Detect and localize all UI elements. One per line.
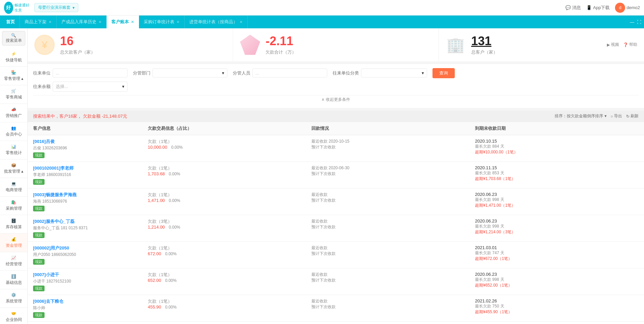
message-button[interactable]: 💬 消息 [565,5,581,11]
payment-info-cell: 最近收款 预计下次收款 [311,272,475,283]
main-layout: 🔍 搜索菜单 ⚡ 快捷导航 🏪 零售管理 ▴ 🛒 零售商城 📣 营销推广 👥 会… [0,28,644,324]
sidebar-item-purchase-mgmt[interactable]: 🛍️ 采购管理 [0,197,27,215]
help-button[interactable]: ❓ 帮助 [623,42,637,48]
sidebar-item-operations[interactable]: 📈 经营管理 [0,252,27,271]
retail-stats-icon: 📊 [0,144,27,149]
customer-info-cell: [0003]畅捷服务尹海燕 海燕 18513066976 现款 [33,192,148,211]
stat-info-total-customers: 131 总客户（家） [471,34,607,55]
overdue-link[interactable]: 超期¥652.00（1笔） [475,283,639,288]
overdue-link[interactable]: 超期¥1,471.00（1笔） [475,203,639,208]
stat-card-debt-customers: ¥ 16 总欠款客户（家） [28,28,233,61]
collapse-filter-button[interactable]: ∧ 收起更多条件 [33,95,639,104]
chevron-up-icon: ∧ [321,97,325,102]
refresh-button[interactable]: ↻ 刷新 [626,113,639,119]
debt-info-cell: 欠款（1笔） 1,703.68 0.00% [148,165,311,176]
sidebar-item-system[interactable]: ⚙️ 系统管理 [0,289,27,308]
stat-actions: ▶ 视频 ❓ 帮助 [607,42,637,48]
sidebar-item-basic-info[interactable]: ℹ️ 基础信息 [0,271,27,289]
export-icon: ○ [611,114,613,119]
department-select[interactable]: ▾ [152,68,227,78]
customer-name-link[interactable]: [0007]小进干 [33,272,148,278]
tab-products[interactable]: 商品上下架 ✕ [20,16,57,28]
close-icon[interactable]: ✕ [131,20,134,24]
finance-icon: 💰 [0,237,27,242]
customer-name-link[interactable]: [0001020001]李老师 [33,165,148,171]
stat-card-debt-amount: -2.11 欠款合计（万） [233,28,439,61]
supplier-input[interactable]: ... [53,68,128,78]
message-icon: 💬 [565,5,571,10]
search-icon: 🔍 [4,33,23,38]
manager-input[interactable]: ... [252,68,327,78]
payment-info-cell: 最近收款 2020-10-15 预计下次收款 [311,139,475,150]
sidebar-item-inventory[interactable]: 🗄️ 库存核算 [0,215,27,234]
total-customers-number: 131 [471,34,607,48]
sidebar-item-ecommerce[interactable]: 💻 电商管理 [0,178,27,197]
tab-production[interactable]: 产成品入库单历史 ✕ [57,16,107,28]
customer-name-link[interactable]: [0016]吕俊 [33,139,148,145]
overdue-link[interactable]: 超期¥672.00（1笔） [475,256,639,262]
close-icon[interactable]: ✕ [176,20,179,24]
close-icon[interactable]: ✕ [99,20,102,24]
sidebar-item-members[interactable]: 👥 会员中心 [0,122,27,141]
debt-info-cell: 欠款（1笔） 455.90 0.00% [148,298,311,310]
enterprise-collab-icon: 🤝 [0,311,27,316]
company-selector[interactable]: 母婴行业演示账套 ▾ [34,3,78,12]
search-button[interactable]: 查询 [432,68,455,78]
tab-purchase-orders[interactable]: 采购订单统计表 ✕ [139,16,185,28]
marketing-icon: 📣 [0,107,27,112]
table-row: [0001020001]李老师 李老师 18600391516 现款 欠款（1笔… [28,162,644,188]
overdue-link[interactable]: 超期¥1,703.68（1笔） [475,176,639,182]
customer-info-cell: [0007]小进干 小进干 18279152100 现款 [33,272,148,291]
balance-select[interactable]: 选择... ▾ [53,82,128,92]
results-info: 搜索结果中，客户16家， 欠款金额 -21,148.07元 [33,113,127,119]
sidebar-item-retail-mgmt[interactable]: 🏪 零售管理 ▴ [0,67,27,85]
sidebar-item-marketing[interactable]: 📣 营销推广 [0,104,27,122]
debt-amount-label: 欠款合计（万） [265,49,431,55]
overdue-link[interactable]: 超期¥1,214.00（3笔） [475,229,639,235]
diamond-icon [240,35,260,55]
table-header: 客户信息 欠款交易信息（占比） 回款情况 到期未收款日期 [28,122,644,135]
maximize-icon[interactable]: ⛶ [637,20,641,25]
chevron-down-icon: ▾ [122,84,124,89]
close-icon[interactable]: ✕ [240,20,243,24]
quick-nav-icon: ⚡ [0,52,27,56]
sidebar-item-enterprise-collab[interactable]: 🤝 企业协同 [0,308,27,324]
results-actions: 排序：按欠款金额倒序排序 ▾ ○ 导出 ↻ 刷新 [555,113,639,119]
payment-info-cell: 最近收款 预计下次收款 [311,298,475,310]
customer-info-cell: [0001020001]李老师 李老师 18600391516 现款 [33,165,148,185]
customer-name-link[interactable]: [0002]服务中心_丁磊 [33,218,148,225]
filter-unit-type: 往来单位分类 ▾ [333,68,427,78]
table-row: [000002]用户2050 用户2050 18665062050 现款 欠款（… [28,242,644,268]
main-content: ¥ 16 总欠款客户（家） -2.11 欠款合计（万） 🏢 131 总客户（家） [28,28,644,324]
customer-info-cell: [0006]去下粮仓 陈小帅 现款 [33,298,148,318]
filter-manager: 分管人员 ... [233,68,327,78]
user-profile[interactable]: d demo2 [615,3,640,13]
tab-inbound-stats[interactable]: 进货单统计表（按商品） ✕ [185,16,248,28]
customer-name-link[interactable]: [000002]用户2050 [33,245,148,251]
minimize-icon[interactable]: — [630,20,634,25]
customer-name-link[interactable]: [0006]去下粮仓 [33,298,148,304]
sidebar-item-batch-mgmt[interactable]: 📦 批发管理 ▴ [0,159,27,178]
retail-mgmt-icon: 🏪 [0,70,27,75]
sidebar-item-retail-mall[interactable]: 🛒 零售商城 [0,85,27,104]
customer-name-link[interactable]: [0003]畅捷服务尹海燕 [33,192,148,198]
close-icon[interactable]: ✕ [49,20,52,24]
overdue-link[interactable]: 超期¥455.90（1笔） [475,309,639,315]
sidebar-item-finance[interactable]: 💰 资金管理 [0,234,27,252]
filter-row-1: 往来单位 ... 分管部门 ▾ 分管人员 ... [33,68,639,78]
sidebar-item-quick-nav[interactable]: ⚡ 快捷导航 [0,48,27,67]
download-icon: 📱 [586,5,592,10]
customer-table: 客户信息 欠款交易信息（占比） 回款情况 到期未收款日期 [0016]吕俊 吕俊… [28,122,644,324]
table-row: [0003]畅捷服务尹海燕 海燕 18513066976 现款 欠款（1笔） 1… [28,188,644,215]
export-button[interactable]: ○ 导出 [611,113,622,119]
total-customers-label: 总客户（家） [471,49,607,55]
app-download-button[interactable]: 📱 App下载 [586,5,610,11]
members-icon: 👥 [0,126,27,130]
tab-customer-accounts[interactable]: 客户账本 ✕ [107,16,139,28]
video-button[interactable]: ▶ 视频 [607,42,619,48]
sidebar-item-retail-stats[interactable]: 📊 零售统计 [0,141,27,159]
unit-type-select[interactable]: ▾ [361,68,427,78]
tab-home[interactable]: 首页 [1,16,20,28]
overdue-link[interactable]: 超期¥10,000.00（1笔） [475,149,639,155]
sidebar-search-button[interactable]: 🔍 搜索菜单 [2,31,25,46]
